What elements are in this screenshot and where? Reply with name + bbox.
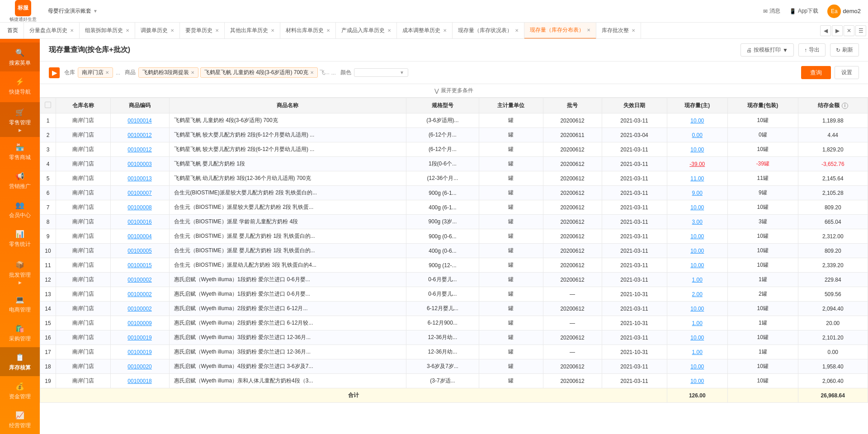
tab-home[interactable]: 首页 bbox=[2, 23, 24, 39]
tab-chancheng[interactable]: 产成品入库单历史 ✕ bbox=[336, 23, 397, 39]
cell-qty-main[interactable]: 9.00 bbox=[667, 186, 728, 200]
tab-yaohuo-close[interactable]: ✕ bbox=[215, 28, 219, 33]
amount-info-icon[interactable]: i bbox=[842, 103, 848, 109]
tab-xianzun-zt[interactable]: 现存量（库存状况表） ✕ bbox=[453, 23, 524, 39]
tab-chengben[interactable]: 成本调整单历史 ✕ bbox=[397, 23, 453, 39]
cell-code[interactable]: 00100004 bbox=[110, 229, 169, 244]
sidebar-item-marketing[interactable]: 📢 营销推广 bbox=[0, 166, 40, 195]
cell-code[interactable]: 00100005 bbox=[110, 244, 169, 258]
tab-close-btn[interactable]: ✕ bbox=[844, 25, 854, 36]
cell-code[interactable]: 00100002 bbox=[110, 273, 169, 287]
sidebar-item-quicknav[interactable]: ⚡ 快捷导航 bbox=[0, 71, 40, 100]
cell-qty-main[interactable]: 10.00 bbox=[667, 374, 728, 388]
expand-filter-btn[interactable]: ▶ bbox=[49, 67, 60, 78]
sidebar-item-search[interactable]: 🔍 搜索英单 bbox=[0, 42, 40, 71]
sidebar-item-operations[interactable]: 📈 经营管理 bbox=[0, 405, 40, 434]
sidebar-item-purchase[interactable]: 🛍️ 采购管理 bbox=[0, 318, 40, 347]
export-btn[interactable]: ↑ 导出 bbox=[798, 43, 826, 57]
cell-code[interactable]: 00100009 bbox=[110, 316, 169, 330]
expand-more-bar[interactable]: ⋁ 展开更多条件 bbox=[40, 84, 868, 98]
cell-code[interactable]: 00100014 bbox=[110, 113, 169, 128]
app-download-btn[interactable]: 📱 App下载 bbox=[789, 7, 818, 15]
sidebar-item-wholesale[interactable]: 📦 批发管理 ▶ bbox=[0, 255, 40, 289]
tab-tiaopan-close[interactable]: ✕ bbox=[170, 28, 174, 33]
sidebar-item-retail-mall[interactable]: 🏪 零售商城 bbox=[0, 137, 40, 166]
tab-tiaopan[interactable]: 调拨单历史 ✕ bbox=[135, 23, 180, 39]
cell-qty-main[interactable]: 10.00 bbox=[667, 359, 728, 374]
sidebar-item-ecom[interactable]: 💻 电商管理 bbox=[0, 289, 40, 318]
tab-qitachuku-close[interactable]: ✕ bbox=[271, 28, 274, 33]
tab-fenpan[interactable]: 分量盘点单历史 ✕ bbox=[24, 23, 80, 39]
cell-code[interactable]: 00100015 bbox=[110, 258, 169, 273]
cell-qty-main[interactable]: 1.00 bbox=[667, 316, 728, 330]
cell-code[interactable]: 00100008 bbox=[110, 200, 169, 215]
cell-qty-main[interactable]: 10.00 bbox=[667, 113, 728, 128]
sidebar-item-finance[interactable]: 💰 资金管理 bbox=[0, 376, 40, 405]
cell-qty-main[interactable]: 0.00 bbox=[667, 128, 728, 142]
cell-qty-main[interactable]: 10.00 bbox=[667, 258, 728, 273]
sidebar-item-retail[interactable]: 🛒 零售管理 ▶ bbox=[0, 102, 40, 137]
product-tag-2-remove[interactable]: ✕ bbox=[310, 70, 314, 75]
template-print-btn[interactable]: 🖨 按模板打印 ▼ bbox=[741, 43, 794, 57]
workspace-selector[interactable]: 母婴行业演示账套 ▼ bbox=[48, 7, 98, 15]
cell-code[interactable]: 00100012 bbox=[110, 142, 169, 157]
product-tag-1[interactable]: 飞鹤奶粉3段两提装 ✕ bbox=[138, 67, 198, 78]
cell-qty-main[interactable]: 10.00 bbox=[667, 244, 728, 258]
tab-menu-btn[interactable]: ☰ bbox=[855, 25, 866, 36]
cell-qty-main[interactable]: 10.00 bbox=[667, 200, 728, 215]
refresh-btn[interactable]: ↻ 刷新 bbox=[830, 43, 859, 57]
warehouse-more[interactable]: ... bbox=[116, 70, 120, 76]
tab-zuchai[interactable]: 组装拆卸单历史 ✕ bbox=[80, 23, 135, 39]
cell-qty-main[interactable]: 3.00 bbox=[667, 215, 728, 229]
cell-qty-main[interactable]: 11.00 bbox=[667, 171, 728, 186]
cell-qty-main[interactable]: 1.00 bbox=[667, 273, 728, 287]
tab-cailiao-close[interactable]: ✕ bbox=[326, 28, 330, 33]
product-tag-1-remove[interactable]: ✕ bbox=[191, 70, 194, 75]
warehouse-tag-remove[interactable]: ✕ bbox=[105, 70, 109, 75]
cell-code[interactable]: 00100020 bbox=[110, 359, 169, 374]
tab-next-btn[interactable]: ▶ bbox=[832, 25, 843, 36]
cell-code[interactable]: 00100019 bbox=[110, 330, 169, 345]
tab-yaohuo[interactable]: 要货单历史 ✕ bbox=[180, 23, 225, 39]
tab-xianzun-fb[interactable]: 现存量（库存分布表） ✕ bbox=[524, 23, 596, 39]
cell-qty-main[interactable]: 2.00 bbox=[667, 287, 728, 302]
cell-code[interactable]: 00100016 bbox=[110, 215, 169, 229]
query-btn[interactable]: 查询 bbox=[801, 66, 831, 79]
tab-kucun-pici-close[interactable]: ✕ bbox=[632, 28, 635, 33]
sidebar-item-retail-stats[interactable]: 📊 零售统计 bbox=[0, 224, 40, 253]
cell-qty-main[interactable]: -39.00 bbox=[667, 157, 728, 171]
tab-xianzun-zt-close[interactable]: ✕ bbox=[515, 28, 519, 33]
tab-cailiao[interactable]: 材料出库单历史 ✕ bbox=[280, 23, 336, 39]
color-dropdown[interactable]: ▼ bbox=[354, 68, 408, 77]
tab-chancheng-close[interactable]: ✕ bbox=[387, 28, 391, 33]
cell-qty-main[interactable]: 10.00 bbox=[667, 229, 728, 244]
tab-qitachuku[interactable]: 其他出库单历史 ✕ bbox=[225, 23, 280, 39]
tab-kucun-pici[interactable]: 库存批次整 ✕ bbox=[596, 23, 641, 39]
tab-xianzun-fb-close[interactable]: ✕ bbox=[587, 28, 590, 33]
product-more2[interactable]: ... bbox=[331, 70, 336, 76]
tab-zuchai-close[interactable]: ✕ bbox=[126, 28, 129, 33]
settings-btn[interactable]: 设置 bbox=[835, 66, 859, 79]
sidebar-item-inventory[interactable]: 📋 库存核算 bbox=[0, 347, 40, 376]
product-tag-2[interactable]: 飞鹤星飞帆 儿童奶粉 4段(3-6岁适用) 700克 ✕ bbox=[200, 67, 318, 78]
sidebar-item-member[interactable]: 👥 会员中心 bbox=[0, 195, 40, 224]
cell-qty-main[interactable]: 10.00 bbox=[667, 142, 728, 157]
cell-code[interactable]: 00100018 bbox=[110, 374, 169, 388]
tab-fenpan-close[interactable]: ✕ bbox=[70, 28, 74, 33]
cell-qty-main[interactable]: 10.00 bbox=[667, 302, 728, 316]
cell-qty-main[interactable]: 10.00 bbox=[667, 330, 728, 345]
cell-code[interactable]: 00100002 bbox=[110, 287, 169, 302]
cell-code[interactable]: 00100002 bbox=[110, 302, 169, 316]
tab-prev-btn[interactable]: ◀ bbox=[820, 25, 831, 36]
message-btn[interactable]: ✉ 消息 bbox=[763, 7, 780, 15]
warehouse-tag-nananmen[interactable]: 南岸门店 ✕ bbox=[78, 67, 113, 78]
cell-code[interactable]: 00100013 bbox=[110, 171, 169, 186]
cell-code[interactable]: 00100003 bbox=[110, 157, 169, 171]
cell-code[interactable]: 00100012 bbox=[110, 128, 169, 142]
tab-chengben-close[interactable]: ✕ bbox=[443, 28, 447, 33]
user-area[interactable]: Ea demo2 bbox=[827, 5, 861, 18]
product-more[interactable]: 飞... bbox=[320, 69, 330, 76]
cell-qty-main[interactable]: 1.00 bbox=[667, 345, 728, 359]
cell-code[interactable]: 00100007 bbox=[110, 186, 169, 200]
cell-code[interactable]: 00100019 bbox=[110, 345, 169, 359]
